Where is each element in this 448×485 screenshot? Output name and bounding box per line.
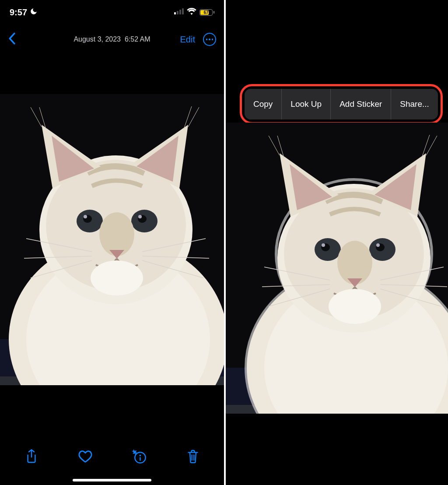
svg-point-49 [329, 289, 381, 324]
edit-button[interactable]: Edit [180, 35, 195, 45]
svg-point-47 [376, 243, 380, 247]
nav-bar: August 3, 2023 6:52 AM Edit [0, 27, 224, 52]
info-button[interactable] [126, 443, 152, 470]
svg-point-15 [84, 215, 87, 218]
status-bar: 9:57 [0, 0, 224, 25]
annotation-highlight: Copy Look Up Add Sticker Share... [240, 84, 443, 124]
svg-point-46 [322, 243, 325, 247]
svg-point-30 [139, 455, 141, 457]
svg-rect-3 [182, 8, 184, 14]
wifi-icon [187, 8, 196, 17]
svg-rect-1 [177, 11, 178, 14]
right-screenshot: Copy Look Up Add Sticker Share... [224, 0, 448, 485]
svg-rect-2 [179, 10, 181, 14]
battery-icon: 67 [200, 9, 214, 16]
home-indicator[interactable] [73, 479, 151, 481]
svg-point-17 [99, 212, 134, 256]
status-time: 9:57 [10, 7, 27, 18]
photo-viewer[interactable] [226, 123, 448, 414]
delete-button[interactable] [180, 443, 206, 470]
svg-point-18 [91, 260, 143, 295]
cat-photo [0, 94, 224, 385]
menu-add-sticker[interactable]: Add Sticker [331, 89, 391, 119]
menu-lookup[interactable]: Look Up [282, 89, 330, 119]
more-button[interactable] [203, 33, 216, 46]
svg-point-48 [337, 241, 372, 285]
share-button[interactable] [18, 443, 45, 470]
bottom-toolbar [0, 437, 224, 476]
svg-point-16 [138, 215, 142, 218]
subject-context-menu: Copy Look Up Add Sticker Share... [245, 89, 438, 119]
svg-rect-0 [174, 12, 176, 14]
cat-photo-lifted [226, 123, 448, 414]
cellular-icon [174, 8, 184, 16]
back-button[interactable] [8, 32, 16, 46]
menu-share[interactable]: Share... [391, 89, 438, 119]
menu-copy[interactable]: Copy [245, 89, 281, 119]
left-screenshot: 9:57 [0, 0, 224, 485]
battery-percent: 67 [203, 10, 208, 15]
photo-viewer[interactable] [0, 94, 224, 385]
svg-marker-32 [132, 449, 136, 453]
favorite-button[interactable] [72, 443, 98, 470]
svg-rect-31 [140, 457, 140, 461]
dnd-moon-icon [30, 7, 38, 18]
